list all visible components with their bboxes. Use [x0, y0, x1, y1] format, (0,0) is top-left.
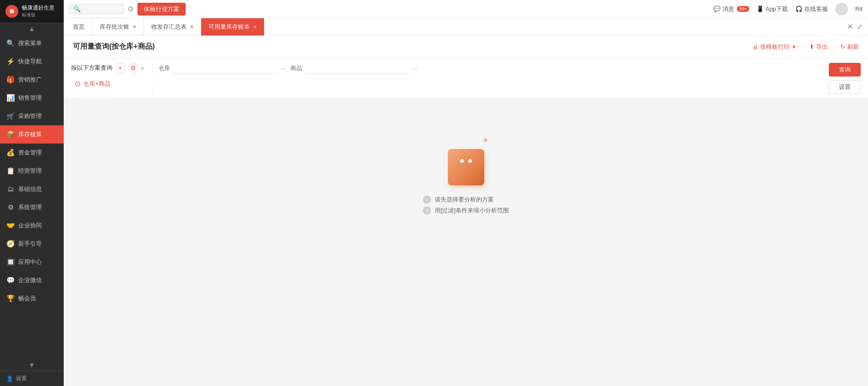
sidebar-bottom-label: 设置: [16, 375, 27, 382]
tab-maximize-button[interactable]: ⤢: [857, 22, 863, 31]
topbar-customer-service[interactable]: 🎧 在线客服: [795, 5, 828, 13]
sidebar-item-inventory[interactable]: 📦库存核算: [0, 125, 64, 144]
experience-button[interactable]: 体验行业方案: [137, 3, 186, 15]
app-icon: 📱: [756, 5, 764, 12]
add-scheme-button[interactable]: +: [115, 63, 125, 73]
sidebar-finance-icon: 💰: [6, 149, 15, 157]
tabs-right-controls: ✕ ⤢: [847, 22, 868, 31]
print-action[interactable]: 🖨 按模板打印 ▼: [752, 43, 797, 51]
tab-home-label: 首页: [73, 23, 85, 31]
sidebar-item-marketing[interactable]: 🎁营销推广: [0, 71, 64, 89]
sidebar-item-purchase[interactable]: 🛒采购管理: [0, 107, 64, 125]
empty-box: [448, 149, 484, 185]
refresh-label: 刷新: [847, 43, 859, 51]
sidebar-shortcut-icon: ⚡: [6, 57, 15, 66]
sidebar-basic-icon: 🗂: [6, 185, 15, 193]
edit-scheme-button[interactable]: ⚙: [128, 63, 138, 73]
sidebar-item-finance[interactable]: 💰资金管理: [0, 144, 64, 162]
tab-available-label: 可用量库存账本: [208, 23, 250, 31]
sidebar-header: 畅 畅康通好生意 标准版: [0, 0, 64, 23]
refresh-action[interactable]: ↻ 刷新: [840, 43, 859, 51]
sidebar-nav: 🔍搜索菜单⚡快捷导航🎁营销推广📊销售管理🛒采购管理📦库存核算💰资金管理📋经营管理…: [0, 34, 64, 360]
hint-text-2: 用[过滤]条件来缩小分析范围: [435, 206, 509, 215]
settings-button[interactable]: 设置: [829, 80, 861, 94]
tab-batch-close[interactable]: ×: [133, 24, 136, 30]
sidebar-item-system[interactable]: ⚙系统管理: [0, 198, 64, 216]
sidebar-item-search[interactable]: 🔍搜索菜单: [0, 34, 64, 52]
export-label: 导出: [816, 43, 828, 51]
app-label: App下载: [766, 5, 788, 13]
filter-scheme-title: 按以下方案查询: [71, 64, 112, 72]
sidebar-sales-icon: 📊: [6, 94, 15, 102]
warehouse-input[interactable]: [173, 63, 278, 74]
sidebar-member-icon: 🏆: [6, 294, 15, 303]
sidebar-inventory-icon: 📦: [6, 130, 15, 139]
sidebar-item-operation[interactable]: 📋经营管理: [0, 162, 64, 180]
tab-home[interactable]: 首页: [64, 18, 92, 36]
warehouse-more-icon[interactable]: ···: [280, 65, 286, 72]
sidebar-item-wechat[interactable]: 💬企业微信: [0, 271, 64, 289]
main-area: 🔍 ⚙ 体验行业方案 💬 消息 99+ 📱 App下载 🎧 在线客服 Rit: [64, 0, 868, 386]
sidebar-apps-icon: 🔲: [6, 258, 15, 266]
empty-hints: ① 请先选择要分析的方案 ② 用[过滤]条件来缩小分析范围: [423, 196, 509, 215]
scheme-item-label: 仓库+商品: [83, 80, 111, 88]
sidebar-finance-label: 资金管理: [18, 149, 42, 157]
tab-available-close[interactable]: ×: [254, 24, 257, 30]
sidebar-item-shortcut[interactable]: ⚡快捷导航: [0, 52, 64, 71]
topbar-app-download[interactable]: 📱 App下载: [756, 5, 788, 13]
username[interactable]: Rit: [855, 5, 863, 12]
sidebar-item-member[interactable]: 🏆畅会员: [0, 289, 64, 308]
sidebar-sales-label: 销售管理: [18, 94, 42, 102]
topbar-search-input[interactable]: [82, 6, 119, 12]
sidebar: 畅 畅康通好生意 标准版 ▲ 🔍搜索菜单⚡快捷导航🎁营销推广📊销售管理🛒采购管理…: [0, 0, 64, 386]
goods-label: 商品: [290, 64, 302, 72]
sidebar-edition: 标准版: [22, 12, 55, 18]
empty-state: ✦ ① 请先选择要分析的方案 ② 用[过滤]条件来缩小分析范围: [64, 99, 868, 251]
topbar-gear-icon[interactable]: ⚙: [127, 5, 134, 13]
goods-input[interactable]: [305, 63, 410, 74]
sidebar-wechat-icon: 💬: [6, 276, 15, 284]
hint-num-2: ②: [423, 206, 431, 215]
avatar: [835, 3, 848, 15]
sparkle-icon: ✦: [482, 135, 489, 145]
tab-batch[interactable]: 库存批次账 ×: [92, 18, 144, 36]
tab-summary-close[interactable]: ×: [190, 24, 193, 30]
sidebar-bottom[interactable]: 👤 设置: [0, 371, 64, 386]
sidebar-scroll-down[interactable]: ▼: [0, 360, 64, 371]
message-label: 消息: [722, 5, 734, 13]
query-button[interactable]: 查询: [829, 63, 861, 77]
sidebar-item-enterprise[interactable]: 🤝企业协同: [0, 216, 64, 235]
empty-box-eye-right: [468, 159, 472, 163]
tab-close-all-button[interactable]: ✕: [847, 22, 853, 31]
export-action[interactable]: ⬆ 导出: [809, 43, 828, 51]
filter-scheme-panel: 按以下方案查询 + ⚙ « ⊙ 仓库+商品: [71, 63, 153, 94]
collapse-arrow-icon[interactable]: «: [141, 64, 144, 72]
sidebar-item-sales[interactable]: 📊销售管理: [0, 89, 64, 107]
sidebar-apps-label: 应用中心: [18, 258, 42, 266]
tab-summary[interactable]: 收发存汇总表 ×: [144, 18, 201, 36]
hint-text-1: 请先选择要分析的方案: [435, 196, 494, 204]
sidebar-item-basic[interactable]: 🗂基础信息: [0, 180, 64, 198]
goods-more-icon[interactable]: ···: [412, 65, 418, 72]
scheme-item-warehouse-goods[interactable]: ⊙ 仓库+商品: [71, 77, 147, 91]
sidebar-item-apps[interactable]: 🔲应用中心: [0, 253, 64, 271]
sidebar-system-label: 系统管理: [18, 203, 42, 211]
print-chevron-icon: ▼: [792, 44, 797, 50]
sidebar-item-newbie[interactable]: 🧭新手引导: [0, 235, 64, 253]
empty-box-face: [460, 159, 472, 163]
topbar-message[interactable]: 💬 消息 99+: [713, 5, 749, 13]
sidebar-member-label: 畅会员: [18, 294, 36, 303]
empty-hint-2: ② 用[过滤]条件来缩小分析范围: [423, 206, 509, 215]
sidebar-marketing-label: 营销推广: [18, 76, 42, 84]
service-label: 在线客服: [804, 5, 828, 13]
topbar-search-icon: 🔍: [73, 5, 81, 12]
sidebar-scroll-up[interactable]: ▲: [0, 23, 64, 34]
filter-scheme-actions: + ⚙ «: [115, 63, 144, 73]
sidebar-logo: 畅: [5, 5, 18, 18]
divider1: |: [802, 43, 803, 50]
tab-available[interactable]: 可用量库存账本 ×: [201, 18, 264, 36]
scheme-item-icon: ⊙: [75, 79, 81, 88]
sidebar-operation-label: 经营管理: [18, 167, 42, 175]
empty-hint-1: ① 请先选择要分析的方案: [423, 196, 509, 204]
topbar: 🔍 ⚙ 体验行业方案 💬 消息 99+ 📱 App下载 🎧 在线客服 Rit: [64, 0, 868, 18]
